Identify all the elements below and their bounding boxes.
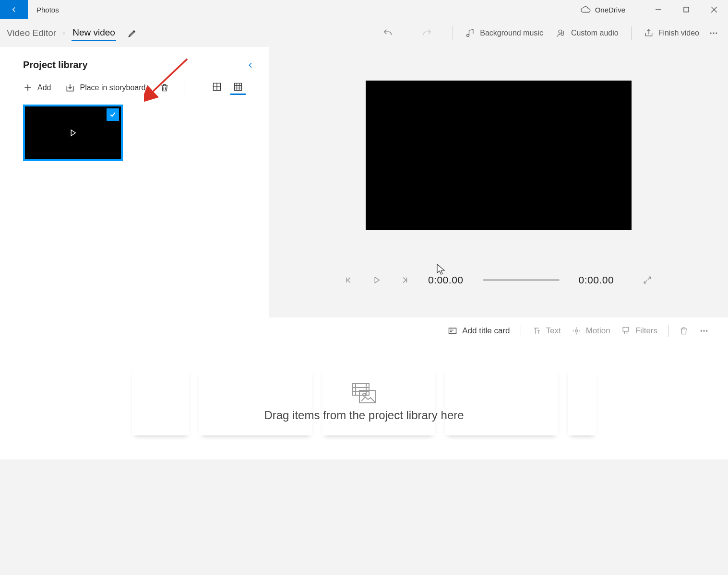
finish-video-button[interactable]: Finish video — [637, 24, 706, 42]
storyboard-toolbar: Add title card Text Motion Filters — [0, 317, 728, 344]
delete-button[interactable] — [160, 83, 169, 93]
library-title: Project library — [23, 59, 88, 70]
storyboard-slot[interactable] — [322, 368, 435, 435]
breadcrumb-root[interactable]: Video Editor — [7, 28, 56, 38]
titlebar: Photos OneDrive — [0, 0, 728, 19]
svg-point-23 — [701, 330, 702, 332]
scrub-bar[interactable] — [483, 279, 560, 281]
svg-point-21 — [575, 330, 577, 332]
custom-audio-label: Custom audio — [571, 29, 619, 37]
background-music-button[interactable]: Background music — [459, 24, 550, 42]
pencil-icon — [128, 28, 137, 38]
time-current: 0:00.00 — [428, 274, 464, 286]
minimize-button[interactable] — [644, 0, 672, 19]
place-label: Place in storyboard — [80, 83, 145, 92]
ellipsis-icon — [699, 326, 709, 336]
play-icon — [69, 129, 77, 137]
onedrive-label: OneDrive — [595, 6, 625, 14]
svg-point-6 — [713, 33, 715, 34]
storyboard-slot[interactable] — [132, 368, 190, 435]
custom-audio-button[interactable]: Custom audio — [550, 24, 625, 42]
undo-button[interactable] — [382, 28, 393, 38]
project-name[interactable]: New video — [72, 25, 116, 41]
maximize-button[interactable] — [672, 0, 700, 19]
svg-rect-13 — [235, 83, 242, 91]
main-area: Project library Add Place in storyboard — [0, 47, 728, 317]
add-title-card-button[interactable]: Add title card — [448, 326, 510, 336]
svg-point-5 — [710, 33, 712, 34]
selected-check-icon — [107, 108, 119, 121]
expand-icon — [643, 275, 652, 285]
collapse-library-button[interactable] — [247, 60, 254, 70]
library-clip-thumbnail[interactable] — [23, 105, 123, 161]
grid-small-button[interactable] — [230, 80, 246, 95]
chevron-left-icon — [247, 60, 254, 70]
filters-button[interactable]: Filters — [621, 326, 657, 336]
storyboard-slot[interactable] — [568, 368, 597, 435]
text-icon — [532, 326, 541, 336]
trash-icon — [679, 326, 689, 336]
step-back-icon — [345, 276, 353, 284]
motion-button[interactable]: Motion — [572, 326, 610, 336]
add-button[interactable]: Add — [23, 83, 51, 93]
svg-rect-22 — [623, 328, 629, 331]
ellipsis-icon — [709, 28, 718, 38]
background-music-label: Background music — [480, 29, 543, 37]
storyboard-slot[interactable] — [199, 368, 312, 435]
person-audio-icon — [557, 28, 566, 38]
video-preview[interactable] — [366, 81, 632, 230]
svg-rect-1 — [684, 7, 689, 12]
undo-icon — [382, 28, 393, 38]
grid-large-button[interactable] — [209, 80, 225, 95]
preview-panel: 0:00.00 0:00.00 — [269, 47, 728, 317]
editor-toolbar: Video Editor New video Background music … — [0, 19, 728, 47]
redo-button[interactable] — [422, 28, 432, 38]
step-forward-icon — [400, 276, 409, 284]
more-button[interactable] — [706, 24, 721, 42]
storyboard-delete-button[interactable] — [679, 326, 689, 336]
edit-name-button[interactable] — [128, 28, 137, 38]
place-icon — [65, 83, 75, 93]
grid-2x2-icon — [212, 82, 222, 92]
play-icon — [372, 276, 381, 284]
next-frame-button[interactable] — [400, 276, 409, 284]
svg-point-24 — [704, 330, 705, 332]
play-button[interactable] — [372, 276, 381, 284]
text-button[interactable]: Text — [532, 326, 561, 336]
close-button[interactable] — [700, 0, 728, 19]
project-library-panel: Project library Add Place in storyboard — [0, 47, 269, 317]
text-label: Text — [546, 326, 561, 336]
music-note-icon — [465, 28, 475, 38]
filters-icon — [621, 326, 631, 336]
title-card-icon — [448, 326, 457, 336]
back-button[interactable] — [0, 0, 28, 19]
redo-icon — [422, 28, 432, 38]
storyboard-more-button[interactable] — [699, 326, 709, 336]
app-title: Photos — [36, 6, 59, 14]
motion-label: Motion — [586, 326, 610, 336]
cloud-icon — [581, 6, 591, 13]
playback-controls: 0:00.00 0:00.00 — [345, 274, 652, 286]
add-label: Add — [37, 83, 51, 92]
storyboard-slot[interactable] — [445, 368, 558, 435]
time-total: 0:00.00 — [579, 274, 614, 286]
add-title-card-label: Add title card — [462, 326, 510, 336]
filters-label: Filters — [635, 326, 657, 336]
svg-point-7 — [716, 33, 717, 34]
motion-icon — [572, 326, 581, 336]
storyboard[interactable]: Drag items from the project library here — [0, 344, 728, 459]
chevron-right-icon — [61, 30, 67, 36]
plus-icon — [23, 83, 33, 93]
svg-point-25 — [706, 330, 707, 332]
prev-frame-button[interactable] — [345, 276, 353, 284]
fullscreen-button[interactable] — [643, 275, 652, 285]
export-icon — [644, 28, 654, 38]
finish-video-label: Finish video — [658, 29, 699, 37]
svg-point-4 — [559, 30, 562, 33]
trash-icon — [160, 83, 169, 93]
grid-3x3-icon — [233, 82, 243, 92]
svg-rect-18 — [449, 328, 456, 334]
onedrive-status[interactable]: OneDrive — [581, 6, 625, 14]
place-in-storyboard-button[interactable]: Place in storyboard — [65, 83, 145, 93]
